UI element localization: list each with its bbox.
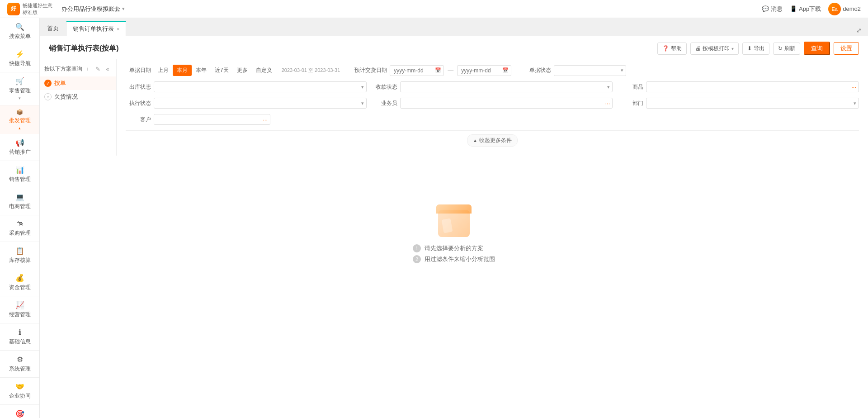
sidebar-item-purchase[interactable]: 🛍 采购管理 [0,215,39,242]
payment-select[interactable] [400,81,613,92]
quicknav-icon: ⚡ [15,50,24,58]
expected-date-end-wrap [457,65,511,76]
date-label: 单据日期 [126,66,151,74]
tab-minimize-button[interactable]: — [841,25,852,36]
sales-icon: 📊 [15,166,24,174]
sidebar-item-guide[interactable]: 🎯 新手引导 [0,405,39,418]
tab-close-icon[interactable]: × [117,27,119,32]
execution-select[interactable] [154,98,367,109]
date-tab-thismonth[interactable]: 本月 [173,65,192,76]
sidebar-item-operations[interactable]: 📈 经营管理 [0,296,39,323]
page-inner: 销售订单执行表(按单) ❓ 帮助 🖨 按模板打印 ▾ [40,36,868,418]
expected-date-label: 预计交货日期 [354,66,387,74]
sidebar-item-collab[interactable]: 🤝 企业协同 [0,378,39,405]
hint-num-2: 2 [413,255,421,263]
delivery-group: 出库状态 [126,81,367,92]
customer-more-icon[interactable]: ··· [263,116,268,123]
salesperson-more-icon[interactable]: ··· [605,100,610,107]
scheme-item-shortage[interactable]: ○ 欠货情况 [40,90,116,104]
date-tab-7days[interactable]: 近7天 [211,65,233,76]
print-button[interactable]: 🖨 按模板打印 ▾ [690,43,739,55]
sidebar-item-quicknav[interactable]: ⚡ 快捷导航 [0,45,39,72]
status-label: 单据状态 [526,66,551,74]
sidebar-item-wholesale[interactable]: 📦 批发管理 ▴ [0,105,39,134]
scheme-item-active[interactable]: ✓ 按单 [40,76,116,90]
sidebar-item-search[interactable]: 🔍 搜索菜单 [0,18,39,45]
sidebar-item-marketing[interactable]: 📢 营销推广 [0,134,39,161]
print-arrow-icon: ▾ [731,46,734,51]
scheme-panel-header: 按以下方案查询 + ✎ « [40,63,116,76]
page-body: 按以下方案查询 + ✎ « [40,59,868,156]
top-header: 好 畅捷通好生意 标准版 办公用品行业模拟账套 ▾ 💬 消息 📱 App下载 E… [0,0,868,18]
department-select[interactable] [646,98,859,109]
finance-icon: 💰 [15,274,24,282]
product-group: 商品 ··· [618,81,859,92]
message-button[interactable]: 💬 消息 [762,5,783,13]
tab-maximize-button[interactable]: ⤢ [854,25,864,36]
expected-date-group: 预计交货日期 — [354,65,511,76]
collapse-button[interactable]: ▲ 收起更多条件 [467,134,518,147]
help-button[interactable]: ❓ 帮助 [657,43,687,55]
date-tab-lastmonth[interactable]: 上月 [154,65,173,76]
execution-select-wrap [154,98,367,109]
tab-home[interactable]: 首页 [40,21,66,36]
status-group: 单据状态 [526,65,626,76]
product-input[interactable] [646,81,859,92]
query-button[interactable]: 查询 [804,42,830,55]
guide-icon: 🎯 [15,409,24,418]
department-select-wrap [646,98,859,109]
logo-icon: 好 [7,3,20,15]
settings-button[interactable]: 设置 [834,42,859,55]
breadcrumb[interactable]: 办公用品行业模拟账套 ▾ [61,5,125,13]
export-button[interactable]: ⬇ 导出 [742,43,769,55]
sidebar-item-basic-info[interactable]: ℹ 基础信息 [0,323,39,351]
expected-date-end-input[interactable] [457,65,511,76]
product-more-icon[interactable]: ··· [851,84,856,90]
sidebar-item-sales[interactable]: 📊 销售管理 [0,161,39,188]
page-header: 销售订单执行表(按单) ❓ 帮助 🖨 按模板打印 ▾ [40,36,868,59]
collab-icon: 🤝 [15,382,24,391]
chevron-up-icon: ▴ [19,126,21,130]
date-tab-custom[interactable]: 自定义 [252,65,276,76]
header-left: 好 畅捷通好生意 标准版 办公用品行业模拟账套 ▾ [7,2,125,15]
app-download-button[interactable]: 📱 App下载 [790,5,821,13]
user-menu[interactable]: Ea demo2 [828,3,861,15]
empty-state: 1 请先选择要分析的方案 2 用过滤条件来缩小分析范围 [40,156,868,299]
filter-row-2: 出库状态 收款状态 [126,81,859,92]
filter-row-4: 客户 ··· [126,114,859,125]
expected-date-start-input[interactable] [390,65,444,76]
sidebar-item-finance[interactable]: 💰 资金管理 [0,269,39,296]
sidebar-item-system[interactable]: ⚙ 系统管理 [0,351,39,378]
salesperson-input[interactable] [400,98,613,109]
purchase-icon: 🛍 [16,220,24,228]
scheme-collapse-button[interactable]: « [104,65,112,73]
customer-label: 客户 [126,116,151,124]
delivery-select-wrap [154,81,367,92]
marketing-icon: 📢 [15,138,24,147]
operations-icon: 📈 [15,301,24,309]
refresh-button[interactable]: ↻ 刷新 [773,43,800,55]
system-icon: ⚙ [17,355,23,364]
tab-active[interactable]: 销售订单执行表 × [66,21,126,36]
product-label: 商品 [618,83,643,91]
date-tab-thisyear[interactable]: 本年 [192,65,211,76]
status-select[interactable] [554,65,626,76]
tab-bar-actions: — ⤢ [837,25,868,36]
sidebar-item-ecommerce[interactable]: 💻 电商管理 [0,188,39,215]
customer-input[interactable] [154,114,270,125]
customer-group: 客户 ··· [126,114,270,125]
expected-date-start-wrap [390,65,444,76]
scheme-add-button[interactable]: + [84,65,92,73]
sidebar-item-inventory[interactable]: 📋 库存核算 [0,242,39,269]
filter-row-3: 执行状态 业务员 [126,98,859,109]
execution-label: 执行状态 [126,100,151,107]
scheme-edit-button[interactable]: ✎ [94,65,102,73]
scheme-actions: + ✎ « [84,65,112,73]
header-right: 💬 消息 📱 App下载 Ea demo2 [762,3,861,15]
date-tab-more[interactable]: 更多 [233,65,252,76]
basicinfo-icon: ℹ [19,328,21,337]
delivery-select[interactable] [154,81,367,92]
sidebar-item-retail[interactable]: 🛒 零售管理 ▾ [0,72,39,105]
filter-row-1: 单据日期 上月 本月 本年 近7天 更多 自定义 2023-03-01 至 20… [126,65,859,76]
date-filter-group: 单据日期 上月 本月 本年 近7天 更多 自定义 2023-03-01 至 20… [126,65,340,76]
